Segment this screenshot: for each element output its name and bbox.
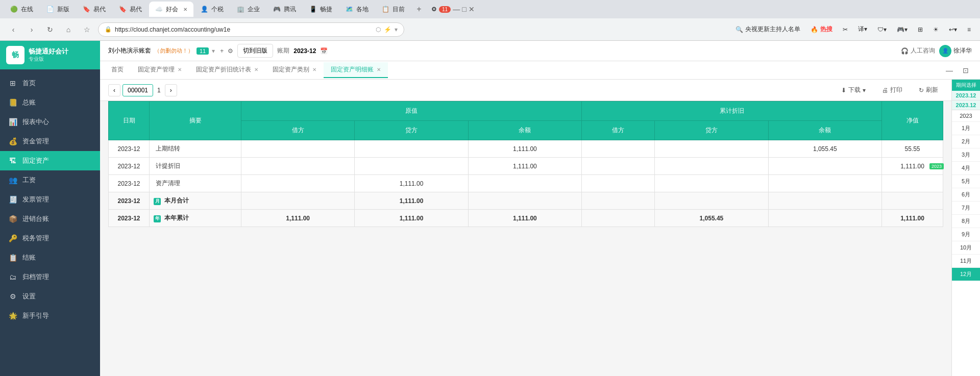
tab-fixed-asset-category[interactable]: 固定资产类别 ✕ <box>265 62 324 78</box>
bookmark-button[interactable]: ☆ <box>80 22 94 37</box>
url-dropdown-icon[interactable]: ▾ <box>395 26 398 33</box>
browser-tab-current[interactable]: 📋 目前 <box>376 2 411 17</box>
sidebar-item-home[interactable]: ⊞ 首页 <box>0 73 100 93</box>
period-item-nov[interactable]: 11月 <box>952 255 980 268</box>
period-item-mar[interactable]: 3月 <box>952 148 980 162</box>
browser-tab-haohui[interactable]: ☁️ 好会 ✕ <box>149 2 193 17</box>
prev-page-btn[interactable]: ‹ <box>108 84 120 96</box>
browser-tab-yidai2[interactable]: 🔖 易代 <box>113 2 148 17</box>
translate-action[interactable]: 译▾ <box>855 24 870 35</box>
period-item-oct[interactable]: 10月 <box>952 241 980 255</box>
cell-net-value <box>882 192 943 210</box>
sidebar-item-reports[interactable]: 📊 报表中心 <box>0 112 100 132</box>
print-btn[interactable]: 🖨 打印 <box>877 84 908 96</box>
hot-search-action[interactable]: 🔥 热搜 <box>807 24 836 35</box>
tab-fixed-asset-mgmt[interactable]: 固定资产管理 ✕ <box>131 62 189 78</box>
cell-orig-balance: 1,111.00 <box>468 140 581 158</box>
tab-close-haohui[interactable]: ✕ <box>183 7 187 12</box>
sidebar-item-closing[interactable]: 📋 结账 <box>0 248 100 267</box>
reload-button[interactable]: ↻ <box>43 22 57 37</box>
search-icon: 🔍 <box>736 26 743 33</box>
sidebar-item-invoice[interactable]: 🧾 发票管理 <box>0 190 100 209</box>
th-summary: 摘要 <box>150 102 241 140</box>
browser-tab-gedi[interactable]: 🗺️ 各地 <box>339 2 375 17</box>
period-item-jan[interactable]: 1月 <box>952 122 980 135</box>
sidebar-item-guide[interactable]: 🌟 新手引导 <box>0 306 100 325</box>
browser-tab-changjie[interactable]: 📱 畅捷 <box>303 2 338 17</box>
tab-fixed-asset-detail[interactable]: 固定资产明细账 ✕ <box>324 62 388 78</box>
browser-tab-new[interactable]: 📄 新版 <box>40 2 76 17</box>
tab-home[interactable]: 首页 <box>104 62 131 78</box>
expand-icon[interactable]: ⊡ <box>960 64 972 77</box>
browser-tab-online[interactable]: 🟢 在线 <box>4 2 39 17</box>
headset-icon: 🎧 <box>901 47 909 55</box>
close-detail-icon[interactable]: ✕ <box>377 67 381 72</box>
sidebar-item-ledger[interactable]: 📒 总账 <box>0 93 100 112</box>
forward-button[interactable]: › <box>24 22 39 37</box>
browser-tab-yidai1[interactable]: 🔖 易代 <box>77 2 112 17</box>
minimize-icon[interactable]: — <box>453 5 460 13</box>
maximize-icon[interactable]: □ <box>462 5 466 13</box>
browser-tab-tencent[interactable]: 🎮 腾讯 <box>267 2 302 17</box>
sidebar-item-payroll[interactable]: 👥 工资 <box>0 170 100 190</box>
browser-tab-enterprise[interactable]: 🏢 企业 <box>231 2 266 17</box>
main-panel: ‹ 1 › ⬇ 下载 ▾ 🖨 打印 <box>100 80 951 376</box>
page-input[interactable] <box>122 84 153 96</box>
account-info: 刘小艳演示账套 （勿删勿动！） 11 ▾ + ⚙ <box>108 46 233 55</box>
tab-settings-icon[interactable]: ⚙ <box>431 6 437 13</box>
next-page-btn[interactable]: › <box>165 84 177 96</box>
top-bar-actions: 🎧 人工咨询 👤 徐泽华 <box>901 45 972 57</box>
new-tab-button[interactable]: + <box>412 2 426 16</box>
undo-action[interactable]: ↩▾ <box>946 25 960 34</box>
game-action[interactable]: 🎮▾ <box>894 25 911 34</box>
add-account-icon[interactable]: + <box>220 47 224 55</box>
url-input[interactable]: 🔒 https://cloud.chanjet.com/accounting/u… <box>98 22 404 37</box>
scissors-action[interactable]: ✂ <box>840 25 851 34</box>
user-profile[interactable]: 👤 徐泽华 <box>939 45 972 57</box>
switch-version-btn[interactable]: 切到旧版 <box>237 44 273 58</box>
sidebar-item-archive[interactable]: 🗂 归档管理 <box>0 267 100 287</box>
sidebar-item-tax[interactable]: 🔑 税务管理 <box>0 229 100 248</box>
period-item-sep[interactable]: 9月 <box>952 228 980 241</box>
grid-action[interactable]: ⊞ <box>915 25 926 34</box>
period-item-may[interactable]: 5月 <box>952 175 980 188</box>
tab-fixed-asset-depreciation[interactable]: 固定资产折旧统计表 ✕ <box>189 62 265 78</box>
close-window-icon[interactable]: ✕ <box>469 5 475 13</box>
sun-action[interactable]: ☀ <box>930 25 942 34</box>
menu-action[interactable]: ≡ <box>964 25 974 34</box>
support-btn[interactable]: 🎧 人工咨询 <box>901 46 935 55</box>
period-selected-start: 2023.12 <box>952 91 980 101</box>
cell-orig-balance <box>468 192 581 210</box>
yearly-badge: 年 <box>154 215 161 222</box>
period-item-jun[interactable]: 6月 <box>952 188 980 202</box>
period-item-jul[interactable]: 7月 <box>952 202 980 215</box>
close-category-icon[interactable]: ✕ <box>312 67 316 72</box>
account-dropdown-icon[interactable]: ▾ <box>212 47 215 55</box>
settings-account-icon[interactable]: ⚙ <box>228 47 233 55</box>
sidebar-item-funds[interactable]: 💰 资金管理 <box>0 132 100 151</box>
main-content: 刘小艳演示账套 （勿删勿动！） 11 ▾ + ⚙ 切到旧版 账期 2023-12… <box>100 41 980 376</box>
reports-icon: 📊 <box>8 117 17 127</box>
browser-tab-tax[interactable]: 👤 个税 <box>194 2 230 17</box>
th-original-value: 原值 <box>241 102 582 121</box>
shield-action[interactable]: 🛡▾ <box>874 25 890 34</box>
collapse-icon[interactable]: — <box>943 64 955 77</box>
refresh-btn[interactable]: ↻ 刷新 <box>914 84 943 96</box>
sidebar-item-settings[interactable]: ⚙ 设置 <box>0 287 100 306</box>
close-fixed-asset-mgmt-icon[interactable]: ✕ <box>178 67 182 72</box>
cell-summary: 年 本年累计 <box>150 210 241 227</box>
home-button[interactable]: ⌂ <box>61 22 76 37</box>
calendar-icon[interactable]: 📅 <box>320 47 328 55</box>
sidebar-item-inventory[interactable]: 📦 进销台账 <box>0 209 100 229</box>
back-button[interactable]: ‹ <box>6 22 20 37</box>
sidebar-item-fixed-assets[interactable]: 🏗 固定资产 <box>0 151 100 170</box>
period-panel-header: 期间选择 <box>952 80 980 91</box>
search-action[interactable]: 🔍 央视更新主持人名单 <box>732 24 803 35</box>
close-depreciation-icon[interactable]: ✕ <box>254 67 258 72</box>
download-btn[interactable]: ⬇ 下载 ▾ <box>836 84 871 96</box>
period-item-aug[interactable]: 8月 <box>952 215 980 228</box>
period-item-feb[interactable]: 2月 <box>952 135 980 148</box>
period-item-apr[interactable]: 4月 <box>952 162 980 175</box>
period-item-year[interactable]: 2023 <box>952 110 980 122</box>
period-item-dec[interactable]: 12月 <box>952 268 980 281</box>
